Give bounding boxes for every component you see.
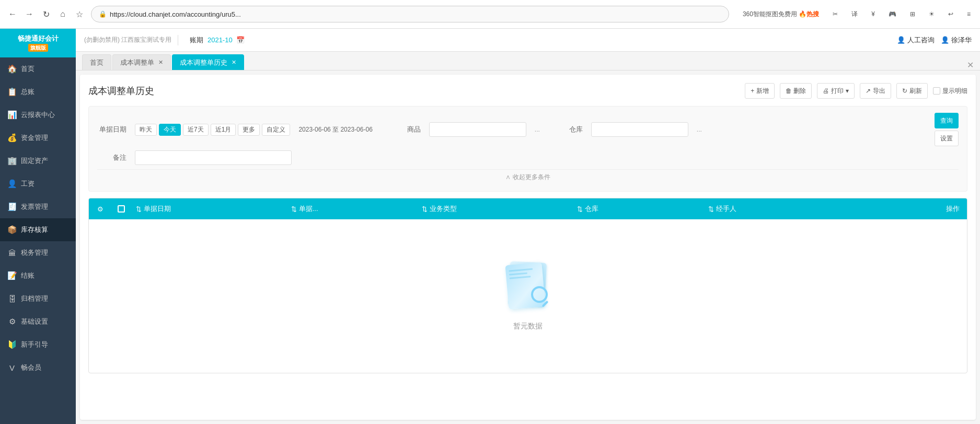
- nav-item-funds[interactable]: 💰 资金管理: [0, 126, 76, 149]
- archive-icon: 🗄: [7, 295, 17, 303]
- tab-cost-adjust[interactable]: 成本调整单 ✕: [112, 54, 171, 70]
- th-gear[interactable]: ⚙: [89, 205, 112, 213]
- nav-item-ledger[interactable]: 📋 总账: [0, 80, 76, 103]
- game-tool[interactable]: 🎮: [884, 8, 901, 20]
- goods-more-button[interactable]: ...: [535, 126, 540, 133]
- nav-item-invoice[interactable]: 🧾 发票管理: [0, 195, 76, 218]
- period-label-text: 账期: [190, 36, 203, 44]
- tab-cost-adjust-label: 成本调整单: [120, 58, 154, 67]
- date-btn-1month[interactable]: 近1月: [211, 124, 236, 136]
- refresh-button[interactable]: ↻: [39, 7, 53, 21]
- nav-item-assets[interactable]: 🏢 固定资产: [0, 149, 76, 172]
- toolbar-separator: [178, 35, 178, 45]
- logo-sub: 旗舰版: [28, 44, 48, 52]
- warehouse-input[interactable]: [591, 122, 688, 137]
- search-tool[interactable]: 360智能抠图免费用 🔥热搜: [739, 8, 823, 21]
- hot-label: 🔥热搜: [799, 10, 819, 18]
- nav-item-tax[interactable]: 🏛 税务管理: [0, 241, 76, 264]
- query-button[interactable]: 查询: [935, 113, 959, 128]
- url-text: https://cloud.chanjet.com/accounting/uru…: [110, 10, 241, 18]
- select-all-checkbox[interactable]: [118, 205, 125, 213]
- scissors-tool[interactable]: ✂: [828, 8, 842, 20]
- th-date[interactable]: ⇅ 单据日期: [131, 204, 286, 214]
- th-handler[interactable]: ⇅ 经手人: [703, 204, 834, 214]
- brightness-tool[interactable]: ☀: [925, 8, 939, 20]
- nav-label-funds: 资金管理: [21, 133, 48, 143]
- warehouse-filter-label: 仓库: [554, 125, 583, 134]
- date-btn-custom[interactable]: 自定义: [262, 124, 290, 136]
- vip-icon: V: [7, 363, 17, 372]
- coin-tool[interactable]: ¥: [867, 8, 879, 20]
- ssl-icon: 🔒: [99, 10, 107, 18]
- forward-button[interactable]: →: [22, 7, 37, 21]
- nav-label-guide: 新手引导: [21, 340, 48, 349]
- page-title: 成本调整单历史: [88, 85, 154, 97]
- nav-item-vip[interactable]: V 畅会员: [0, 356, 76, 379]
- nav-label-tax: 税务管理: [21, 248, 48, 257]
- refresh-button[interactable]: ↻ 刷新: [896, 83, 928, 99]
- date-btn-today[interactable]: 今天: [159, 124, 181, 136]
- nav-item-payroll[interactable]: 👤 工资: [0, 172, 76, 195]
- grid-tool[interactable]: ⊞: [906, 8, 919, 20]
- star-button[interactable]: ☆: [72, 7, 87, 21]
- translate-tool[interactable]: 译: [847, 8, 862, 21]
- settings-filter-button[interactable]: 设置: [935, 131, 959, 146]
- back-button[interactable]: ←: [5, 7, 20, 21]
- date-btn-7days[interactable]: 近7天: [183, 124, 209, 136]
- nav-label-invoice: 发票管理: [21, 202, 48, 211]
- app-layout: 畅捷通好会计 旗舰版 🏠 首页 📋 总账 📊 云报表中心 💰 资金管理 🏢: [0, 29, 980, 424]
- new-button[interactable]: + 新增: [745, 83, 774, 99]
- display-toggle-checkbox[interactable]: [933, 87, 940, 95]
- warehouse-more-button[interactable]: ...: [697, 126, 702, 133]
- nav-item-guide[interactable]: 🔰 新手引导: [0, 333, 76, 356]
- th-billno-sort-icon: ⇅: [291, 205, 297, 213]
- undo-tool[interactable]: ↩: [944, 8, 958, 20]
- nav-label-payroll: 工资: [21, 179, 34, 189]
- user-name-area[interactable]: 👤 徐泽华: [941, 36, 972, 45]
- nav-item-reports[interactable]: 📊 云报表中心: [0, 103, 76, 126]
- top-toolbar: (勿删勿禁用) 江西服宝测试专用 账期 2021-10 📅 👤 人工咨询 👤 徐…: [76, 29, 980, 52]
- header-actions: + 新增 🗑 删除 🖨 打印 ▾ ↗ 导出 ↻ 刷新: [745, 83, 967, 99]
- table-header: ⚙ ⇅ 单据日期 ⇅ 单据... ⇅ 业务类型: [89, 198, 967, 219]
- collapse-bar[interactable]: ∧ 收起更多条件: [97, 169, 959, 185]
- date-btn-more[interactable]: 更多: [238, 124, 260, 136]
- th-biz-type[interactable]: ⇅ 业务类型: [417, 204, 572, 214]
- print-button[interactable]: 🖨 打印 ▾: [817, 83, 855, 99]
- logo-area: 畅捷通好会计 旗舰版: [0, 29, 76, 57]
- left-navigation: 畅捷通好会计 旗舰版 🏠 首页 📋 总账 📊 云报表中心 💰 资金管理 🏢: [0, 29, 76, 424]
- date-btn-yesterday[interactable]: 昨天: [135, 124, 157, 136]
- consult-label: 人工咨询: [907, 36, 935, 45]
- th-warehouse[interactable]: ⇅ 仓库: [572, 204, 703, 214]
- avatar-icon: 👤: [941, 36, 949, 44]
- nav-item-inventory[interactable]: 📦 库存核算: [0, 218, 76, 241]
- tab-cost-adjust-history-close[interactable]: ✕: [232, 59, 236, 66]
- tab-cost-adjust-close[interactable]: ✕: [158, 59, 163, 66]
- tab-cost-adjust-history[interactable]: 成本调整单历史 ✕: [172, 54, 244, 70]
- tab-home[interactable]: 首页: [82, 54, 111, 70]
- th-checkbox[interactable]: [112, 205, 131, 213]
- home-button[interactable]: ⌂: [55, 7, 70, 21]
- nav-item-settings[interactable]: ⚙ 基础设置: [0, 310, 76, 333]
- display-toggle[interactable]: 显示明细: [933, 87, 967, 96]
- user-consult[interactable]: 👤 人工咨询: [897, 36, 935, 45]
- address-bar[interactable]: 🔒 https://cloud.chanjet.com/accounting/u…: [91, 6, 729, 22]
- nav-item-home[interactable]: 🏠 首页: [0, 57, 76, 80]
- invoice-icon: 🧾: [7, 202, 17, 211]
- menu-tool[interactable]: ≡: [963, 8, 975, 20]
- th-bill-no[interactable]: ⇅ 单据...: [286, 204, 417, 214]
- note-input[interactable]: [135, 150, 292, 165]
- search-label: 360智能抠图免费用: [743, 10, 797, 18]
- nav-label-ledger: 总账: [21, 87, 34, 97]
- goods-input[interactable]: [429, 122, 526, 137]
- collapse-label: ∧ 收起更多条件: [505, 173, 550, 181]
- nav-label-vip: 畅会员: [21, 363, 41, 372]
- close-all-tabs-button[interactable]: ✕: [967, 60, 974, 70]
- calendar-icon[interactable]: 📅: [236, 36, 245, 44]
- nav-label-archive: 归档管理: [21, 294, 48, 303]
- delete-button[interactable]: 🗑 删除: [780, 83, 812, 99]
- gear-icon: ⚙: [97, 205, 103, 213]
- tab-home-label: 首页: [90, 58, 103, 67]
- nav-item-settlement[interactable]: 📝 结账: [0, 264, 76, 287]
- export-button[interactable]: ↗ 导出: [860, 83, 891, 99]
- nav-item-archive[interactable]: 🗄 归档管理: [0, 287, 76, 310]
